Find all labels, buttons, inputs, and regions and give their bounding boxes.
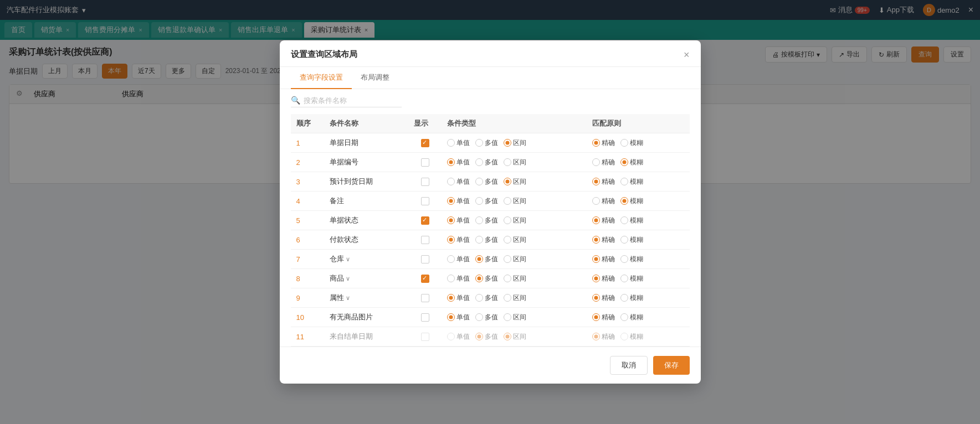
col-header-name: 条件名称 — [324, 114, 409, 133]
row-order: 1 — [291, 133, 324, 153]
table-row: 2单据编号单值多值区间精确模糊 — [291, 153, 690, 172]
col-header-match: 匹配原则 — [587, 114, 689, 133]
config-table: 顺序 条件名称 显示 条件类型 匹配原则 1单据日期单值多值区间精确模糊2单据编… — [280, 114, 701, 190]
row-match-rule: 精确模糊 — [587, 172, 689, 191]
dialog-search-section: 🔍 — [280, 89, 701, 110]
search-input[interactable] — [304, 96, 392, 105]
row-display — [408, 153, 442, 172]
condition-type-single[interactable]: 单值 — [447, 177, 470, 187]
tab-query-fields[interactable]: 查询字段设置 — [291, 67, 352, 89]
condition-type-range[interactable]: 区间 — [504, 177, 526, 187]
match-rule-exact[interactable]: 精确 — [592, 138, 615, 148]
row-condition-type: 单值多值区间 — [442, 172, 587, 191]
search-icon: 🔍 — [291, 96, 300, 105]
col-header-display: 显示 — [408, 114, 442, 133]
match-rule-fuzzy[interactable]: 模糊 — [620, 177, 643, 187]
condition-type-multi[interactable]: 多值 — [475, 158, 498, 167]
condition-type-single[interactable]: 单值 — [447, 158, 470, 167]
display-checkbox[interactable] — [421, 178, 429, 186]
modal-overlay: 设置查询区域布局 × 查询字段设置 布局调整 🔍 顺序 — [0, 0, 980, 190]
dialog-header: 设置查询区域布局 × — [280, 40, 701, 67]
condition-type-multi[interactable]: 多值 — [475, 177, 498, 187]
dialog-title: 设置查询区域布局 — [291, 49, 357, 60]
row-condition-type: 单值多值区间 — [442, 153, 587, 172]
condition-type-multi[interactable]: 多值 — [475, 138, 498, 148]
row-match-rule: 精确模糊 — [587, 133, 689, 153]
row-display — [408, 172, 442, 191]
row-match-rule: 精确模糊 — [587, 153, 689, 172]
dialog-tabs: 查询字段设置 布局调整 — [280, 67, 701, 89]
display-checkbox[interactable] — [421, 158, 429, 167]
row-condition-type: 单值多值区间 — [442, 133, 587, 153]
tab-layout-adjust[interactable]: 布局调整 — [352, 67, 398, 89]
settings-table: 顺序 条件名称 显示 条件类型 匹配原则 1单据日期单值多值区间精确模糊2单据编… — [291, 114, 690, 190]
condition-type-single[interactable]: 单值 — [447, 138, 470, 148]
col-header-order: 顺序 — [291, 114, 324, 133]
row-order: 3 — [291, 172, 324, 191]
match-rule-fuzzy[interactable]: 模糊 — [620, 138, 643, 148]
dialog: 设置查询区域布局 × 查询字段设置 布局调整 🔍 顺序 — [280, 40, 701, 190]
match-rule-fuzzy[interactable]: 模糊 — [620, 158, 643, 167]
col-header-type: 条件类型 — [442, 114, 587, 133]
table-row: 3预计到货日期单值多值区间精确模糊 — [291, 172, 690, 191]
row-display — [408, 133, 442, 153]
dialog-close-btn[interactable]: × — [684, 50, 690, 60]
display-checkbox[interactable] — [421, 139, 429, 147]
condition-type-range[interactable]: 区间 — [504, 138, 526, 148]
table-row: 1单据日期单值多值区间精确模糊 — [291, 133, 690, 153]
search-box: 🔍 — [291, 96, 402, 107]
row-name: 预计到货日期 — [324, 172, 409, 191]
match-rule-exact[interactable]: 精确 — [592, 158, 615, 167]
row-order: 2 — [291, 153, 324, 172]
match-rule-exact[interactable]: 精确 — [592, 177, 615, 187]
row-name: 单据编号 — [324, 153, 409, 172]
condition-type-range[interactable]: 区间 — [504, 158, 526, 167]
row-name: 单据日期 — [324, 133, 409, 153]
